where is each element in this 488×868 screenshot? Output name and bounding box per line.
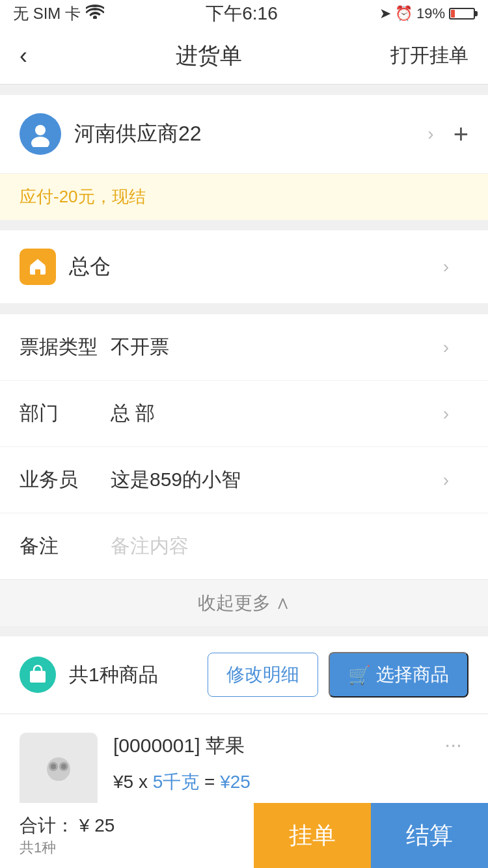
product-count-icon <box>20 657 56 693</box>
total-row: 合计： ¥ 25 <box>20 813 234 838</box>
remark-row[interactable]: 备注 备注内容 <box>0 513 488 579</box>
warehouse-row[interactable]: 总仓 › <box>0 230 488 303</box>
product-name: [0000001] 苹果 <box>113 733 438 759</box>
svg-point-1 <box>31 137 49 147</box>
divider-4 <box>0 626 488 636</box>
department-label: 部门 <box>20 400 111 427</box>
warehouse-icon <box>20 249 56 285</box>
product-price: ¥5 x 5千克 = ¥25 <box>113 770 438 794</box>
price-qty: 5千克 <box>153 772 200 792</box>
svg-point-11 <box>51 773 66 781</box>
wifi-icon <box>86 5 104 23</box>
invoice-type-label: 票据类型 <box>20 334 111 360</box>
products-header: 共1种商品 修改明细 🛒 选择商品 <box>0 636 488 714</box>
svg-point-9 <box>51 764 56 769</box>
warehouse-chevron-icon: › <box>443 256 449 277</box>
invoice-chevron-icon: › <box>443 337 449 358</box>
warehouse-card: 总仓 › <box>0 230 488 303</box>
price-equals: = <box>204 772 220 792</box>
form-card: 票据类型 不开票 › 部门 总 部 › 业务员 这是859的小智 › 备注 备注… <box>0 314 488 579</box>
supplier-chevron-icon: › <box>427 124 433 144</box>
warehouse-name: 总仓 <box>69 252 443 281</box>
alarm-icon: ⏰ <box>395 5 413 22</box>
total-amount: ¥ 25 <box>79 815 115 835</box>
page-title: 进货单 <box>176 41 242 71</box>
carrier-text: 无 SIM 卡 <box>13 3 81 24</box>
department-row[interactable]: 部门 总 部 › <box>0 380 488 446</box>
salesperson-value: 这是859的小智 <box>111 467 443 493</box>
supplier-avatar <box>20 113 61 155</box>
status-right: ➤ ⏰ 19% <box>379 5 475 22</box>
invoice-type-value: 不开票 <box>111 334 443 360</box>
svg-rect-4 <box>35 269 40 275</box>
open-hang-button[interactable]: 打开挂单 <box>390 42 468 69</box>
supplier-card: 河南供应商22 › + 应付-20元，现结 <box>0 95 488 220</box>
svg-rect-5 <box>30 671 46 683</box>
department-value: 总 部 <box>111 400 443 427</box>
svg-point-10 <box>61 764 66 769</box>
price-unit: ¥5 x <box>113 772 153 792</box>
notice-bar: 应付-20元，现结 <box>0 174 488 220</box>
status-bar: 无 SIM 卡 下午6:16 ➤ ⏰ 19% <box>0 0 488 27</box>
cart-icon: 🛒 <box>348 664 371 686</box>
back-button[interactable]: ‹ <box>20 42 27 70</box>
divider-3 <box>0 303 488 314</box>
remark-input[interactable]: 备注内容 <box>111 533 468 560</box>
supplier-row[interactable]: 河南供应商22 › + <box>0 95 488 174</box>
battery-icon <box>449 8 475 20</box>
hang-button[interactable]: 挂单 <box>254 803 371 868</box>
salesperson-row[interactable]: 业务员 这是859的小智 › <box>0 446 488 513</box>
product-more-button[interactable]: ··· <box>438 733 468 757</box>
product-thumbnail <box>20 733 98 811</box>
product-info: [0000001] 苹果 ¥5 x 5千克 = ¥25 <box>113 733 438 794</box>
battery-percent: 19% <box>416 5 445 22</box>
supplier-name: 河南供应商22 <box>74 120 427 148</box>
remark-label: 备注 <box>20 533 111 560</box>
add-supplier-button[interactable]: + <box>454 120 468 149</box>
salesperson-label: 业务员 <box>20 467 111 493</box>
svg-marker-3 <box>30 259 46 265</box>
select-product-label: 选择商品 <box>376 662 449 687</box>
checkout-button[interactable]: 结算 <box>371 803 488 868</box>
collapse-bar[interactable]: 收起更多 ∧ <box>0 579 488 626</box>
edit-detail-button[interactable]: 修改明细 <box>208 653 318 697</box>
total-label: 合计： <box>20 815 74 835</box>
invoice-type-row[interactable]: 票据类型 不开票 › <box>0 314 488 380</box>
salesperson-chevron-icon: › <box>443 470 449 491</box>
department-chevron-icon: › <box>443 403 449 424</box>
divider-1 <box>0 85 488 95</box>
status-time: 下午6:16 <box>206 1 278 26</box>
total-count: 共1种 <box>20 838 234 858</box>
product-count-text: 共1种商品 <box>69 662 208 688</box>
products-card: 共1种商品 修改明细 🛒 选择商品 [0000001] 苹果 ¥5 x 5千克 <box>0 636 488 829</box>
bottom-bar: 合计： ¥ 25 共1种 挂单 结算 <box>0 803 488 868</box>
price-total: ¥25 <box>220 772 251 792</box>
total-section: 合计： ¥ 25 共1种 <box>0 813 254 858</box>
select-product-button[interactable]: 🛒 选择商品 <box>329 652 468 698</box>
nav-bar: ‹ 进货单 打开挂单 <box>0 27 488 85</box>
status-left: 无 SIM 卡 <box>13 3 104 24</box>
location-icon: ➤ <box>379 5 391 22</box>
divider-2 <box>0 220 488 230</box>
svg-point-0 <box>35 125 46 135</box>
